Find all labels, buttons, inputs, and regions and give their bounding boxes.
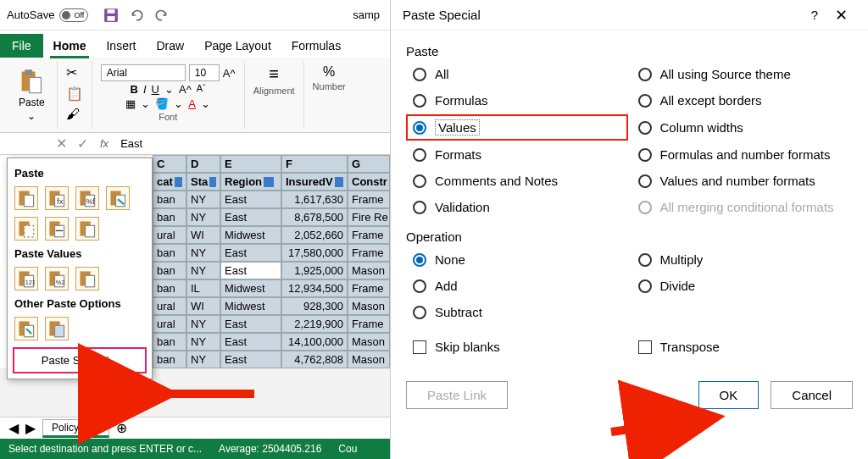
radio-divide[interactable]: Divide	[638, 279, 847, 293]
font-color-icon[interactable]: A	[188, 97, 196, 110]
table-row[interactable]: banNYEast8,678,500Fire Re	[153, 208, 390, 226]
svg-rect-2	[108, 9, 115, 14]
table-row[interactable]: banNYEast17,580,000Frame	[153, 244, 390, 262]
paste-values-icon[interactable]: 123	[14, 267, 38, 290]
save-icon[interactable]	[103, 8, 119, 23]
copy-icon[interactable]: 📋	[66, 86, 83, 102]
paste-col-width-icon[interactable]	[45, 217, 69, 241]
font-size-select[interactable]	[189, 64, 220, 81]
prev-sheet-icon[interactable]: ◀	[8, 420, 19, 436]
chevron-down-icon: ⌄	[27, 110, 36, 122]
radio-values-num[interactable]: Values and number formats	[638, 174, 847, 188]
paste-special-menuitem[interactable]: Paste Special...	[13, 347, 147, 373]
paste-transpose-icon[interactable]	[75, 217, 99, 241]
number-format-icon[interactable]: %	[323, 64, 335, 80]
check-skip-blanks[interactable]: Skip blanks	[413, 340, 621, 354]
formula-bar: ✕ ✓ fx East	[0, 133, 390, 155]
confirm-edit-icon[interactable]: ✓	[72, 135, 93, 152]
formula-input[interactable]: East	[115, 137, 390, 150]
table-row[interactable]: banNYEast4,762,808Mason	[153, 351, 390, 368]
cancel-edit-icon[interactable]: ✕	[51, 135, 72, 152]
svg-rect-7	[25, 195, 34, 206]
status-message: Select destination and press ENTER or c.…	[8, 443, 202, 455]
ribbon: Paste ⌄ ✂ 📋 🖌 A^ B I U ⌄ A^ Aˇ	[0, 58, 390, 133]
table-row[interactable]: banNYEast1,617,630Frame	[153, 191, 390, 208]
filename: samp	[353, 8, 383, 21]
svg-rect-1	[108, 16, 115, 21]
table-row[interactable]: banNYEast1,925,000Mason	[153, 262, 390, 279]
radio-none[interactable]: None	[413, 252, 621, 267]
tab-page-layout[interactable]: Page Layout	[194, 34, 281, 58]
table-row[interactable]: uralWIMidwest928,300Mason	[153, 297, 390, 315]
radio-col-widths[interactable]: Column widths	[638, 119, 847, 135]
paste-formatting-icon[interactable]	[14, 317, 38, 340]
filter-icon[interactable]	[335, 177, 343, 187]
radio-formats[interactable]: Formats	[413, 147, 621, 162]
font-name-select[interactable]	[101, 64, 186, 81]
paste-formulas-icon[interactable]: fx	[45, 186, 69, 210]
paste-keep-format-icon[interactable]	[106, 186, 130, 210]
radio-validation[interactable]: Validation	[413, 200, 621, 214]
radio-all-theme[interactable]: All using Source theme	[638, 67, 847, 81]
ribbon-tabs: File Home Insert Draw Page Layout Formul…	[0, 30, 390, 58]
autosave-control[interactable]: AutoSave Off	[7, 8, 88, 22]
radio-subtract[interactable]: Subtract	[413, 305, 621, 319]
radio-formulas-num[interactable]: Formulas and number formats	[638, 147, 847, 162]
title-bar: AutoSave Off samp	[0, 0, 390, 30]
radio-values[interactable]: Values	[406, 114, 628, 141]
ok-button[interactable]: OK	[698, 381, 760, 409]
radio-add[interactable]: Add	[413, 279, 621, 293]
autosave-toggle[interactable]: Off	[59, 8, 88, 22]
operation-group-label: Operation	[406, 230, 853, 244]
table-row[interactable]: uralWIMidwest2,052,660Frame	[153, 226, 390, 244]
font-grow-icon[interactable]: A^	[223, 67, 236, 80]
underline-button[interactable]: U	[152, 83, 159, 96]
radio-all[interactable]: All	[413, 67, 621, 81]
tab-file[interactable]: File	[0, 34, 43, 58]
cut-icon[interactable]: ✂	[66, 64, 83, 80]
autosave-label: AutoSave	[7, 8, 54, 21]
alignment-icon[interactable]: ≡	[269, 64, 279, 84]
next-sheet-icon[interactable]: ▶	[25, 420, 36, 436]
tab-home[interactable]: Home	[43, 34, 97, 58]
close-icon[interactable]: ✕	[826, 6, 856, 25]
radio-comments[interactable]: Comments and Notes	[413, 174, 621, 188]
italic-button[interactable]: I	[143, 83, 147, 96]
radio-multiply[interactable]: Multiply	[638, 252, 847, 267]
excel-window: AutoSave Off samp File Home Insert Draw …	[0, 0, 390, 459]
status-bar: Select destination and press ENTER or c.…	[0, 439, 390, 459]
paste-link-picture-icon[interactable]	[45, 317, 69, 340]
tab-formulas[interactable]: Formulas	[281, 34, 351, 58]
radio-all-except-borders[interactable]: All except borders	[638, 93, 847, 108]
table-row[interactable]: banILMidwest12,934,500Frame	[153, 279, 390, 297]
format-painter-icon[interactable]: 🖌	[66, 107, 83, 122]
table-row[interactable]: banNYEast14,100,000Mason	[153, 333, 390, 351]
filter-icon[interactable]	[209, 177, 216, 187]
table-row[interactable]: uralNYEast2,219,900Frame	[153, 315, 390, 333]
tab-insert[interactable]: Insert	[96, 34, 146, 58]
fill-color-icon[interactable]: 🪣	[155, 97, 169, 110]
paste-no-borders-icon[interactable]	[14, 217, 38, 241]
borders-icon[interactable]: ▦	[125, 97, 136, 110]
radio-formulas[interactable]: Formulas	[413, 93, 621, 108]
add-sheet-icon[interactable]: ⊕	[116, 420, 127, 436]
filter-icon[interactable]	[175, 177, 182, 187]
svg-text:%23: %23	[56, 279, 65, 286]
redo-icon[interactable]	[154, 8, 170, 23]
filter-icon[interactable]	[264, 177, 274, 187]
paste-formulas-numbers-icon[interactable]: %f	[75, 186, 99, 210]
sheet-tab[interactable]: PolicyData	[42, 419, 109, 438]
fx-icon[interactable]: fx	[93, 137, 115, 150]
check-transpose[interactable]: Transpose	[638, 340, 847, 354]
paste-values-format-icon[interactable]	[75, 267, 99, 290]
svg-text:123: 123	[25, 279, 35, 286]
bold-button[interactable]: B	[131, 83, 138, 96]
paste-button[interactable]: Paste ⌄	[15, 64, 48, 125]
paste-icon[interactable]	[14, 186, 38, 210]
help-icon[interactable]: ?	[803, 8, 826, 22]
svg-rect-17	[25, 225, 34, 236]
cancel-button[interactable]: Cancel	[771, 381, 853, 409]
paste-values-numbers-icon[interactable]: %23	[45, 267, 69, 290]
undo-icon[interactable]	[129, 8, 144, 23]
tab-draw[interactable]: Draw	[146, 34, 194, 58]
